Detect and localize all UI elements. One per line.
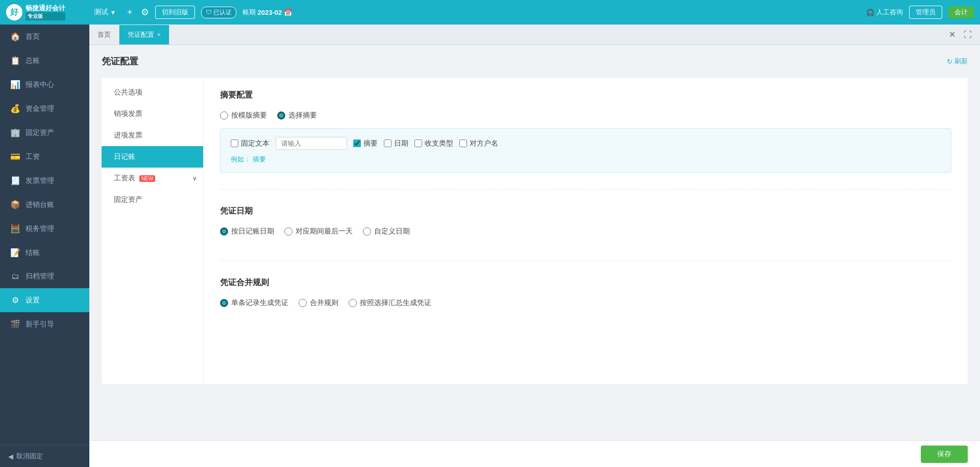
topbar: 好 畅捷通好会计 专业版 测试 ▾ + ⚙ 切到旧版 🛡 已认证 账期 2023… (0, 0, 980, 25)
sidebar-label-settings: 设置 (26, 296, 40, 305)
payment-type-option[interactable]: 收支类型 (414, 139, 453, 148)
logo-title: 畅捷通好会计 (26, 4, 65, 12)
calendar-icon[interactable]: 📅 (284, 9, 292, 16)
sidebar-item-guide[interactable]: 🎬 新手引导 (0, 312, 89, 336)
sidebar-item-invoice[interactable]: 🧾 发票管理 (0, 169, 89, 193)
dropdown-icon: ▾ (111, 8, 115, 16)
topbar-actions: + ⚙ 切到旧版 (125, 5, 195, 20)
summary-template-radio[interactable] (220, 111, 228, 120)
fixed-text-option[interactable]: 固定文本 (231, 139, 270, 148)
home-icon: 🏠 (10, 32, 20, 41)
tab-maximize-button[interactable]: ⛶ (962, 28, 974, 41)
settings-button[interactable]: ⚙ (139, 5, 151, 20)
tab-close-icon[interactable]: × (157, 31, 161, 38)
sidebar-item-settings[interactable]: ⚙ 设置 (0, 288, 89, 312)
switch-version-button[interactable]: 切到旧版 (155, 6, 195, 19)
payroll-icon: 💳 (10, 152, 20, 161)
merge-single-option[interactable]: 单条记录生成凭证 (220, 298, 288, 308)
project-selector[interactable]: 测试 ▾ (94, 8, 115, 17)
summary-radio-group: 按模版摘要 选择摘要 (220, 111, 951, 120)
sidebar-item-assets[interactable]: 🏢 固定资产 (0, 121, 89, 145)
summary-config-section: 摘要配置 按模版摘要 选择摘要 (220, 90, 951, 190)
logo-icon: 好 (6, 4, 22, 20)
date-journal-radio[interactable] (220, 227, 228, 236)
sidebar-pin-toggle[interactable]: ◀ 取消固定 (0, 445, 89, 467)
user-button[interactable]: 管理员 (909, 6, 942, 19)
summary-select-radio[interactable] (277, 111, 285, 120)
config-nav-journal[interactable]: 日记账 (102, 146, 203, 168)
sidebar-item-payroll[interactable]: 💳 工资 (0, 145, 89, 169)
project-name: 测试 (94, 8, 108, 17)
merge-config-section: 凭证合并规则 单条记录生成凭证 合并规则 (220, 277, 951, 332)
merge-rules-radio[interactable] (299, 299, 307, 307)
tab-home[interactable]: 首页 (89, 25, 119, 44)
date-section-title: 凭证日期 (220, 206, 951, 217)
tab-voucher-config[interactable]: 凭证配置 × (119, 25, 169, 44)
shield-icon: 🛡 (206, 9, 212, 16)
merge-single-radio[interactable] (220, 299, 228, 307)
config-nav-purchase-invoice[interactable]: 进项发票 (102, 125, 203, 146)
unpin-icon: ◀ (8, 453, 13, 460)
config-nav-public[interactable]: 公共选项 (102, 82, 203, 103)
date-custom-option[interactable]: 自定义日期 (363, 227, 410, 236)
config-nav-payroll[interactable]: 工资表 NEW ∨ (102, 168, 203, 189)
guide-icon: 🎬 (10, 319, 20, 329)
config-nav-fixed-assets[interactable]: 固定资产 (102, 189, 203, 211)
refresh-icon: ↻ (947, 58, 952, 65)
merge-summary-option[interactable]: 按照选择汇总生成凭证 (349, 298, 431, 308)
sidebar-label-stock: 进销台账 (26, 200, 54, 209)
tab-close-window-button[interactable]: ✕ (947, 28, 958, 41)
sidebar-item-home[interactable]: 🏠 首页 (0, 25, 89, 49)
counterparty-option[interactable]: 对方户名 (459, 139, 498, 148)
chevron-down-icon: ∨ (192, 175, 197, 182)
sidebar-item-reports[interactable]: 📊 报表中心 (0, 73, 89, 97)
sidebar-item-funds[interactable]: 💰 资金管理 (0, 97, 89, 121)
fixed-text-checkbox[interactable] (231, 139, 238, 147)
counterparty-checkbox[interactable] (459, 139, 467, 147)
sidebar-label-archive: 归档管理 (26, 272, 54, 281)
headset-icon: 🎧 (866, 9, 874, 16)
date-last-day-radio[interactable] (284, 227, 292, 236)
sidebar-label-funds: 资金管理 (26, 104, 54, 113)
sidebar-label-reports: 报表中心 (26, 80, 54, 89)
tab-bar: 首页 凭证配置 × ✕ ⛶ (89, 25, 980, 45)
verified-badge: 🛡 已认证 (201, 7, 236, 18)
date-last-day-option[interactable]: 对应期间最后一天 (284, 227, 353, 236)
date-checkbox[interactable] (384, 139, 391, 147)
merge-summary-radio[interactable] (349, 299, 357, 307)
page-title-text: 凭证配置 (102, 55, 138, 67)
summary-check-option[interactable]: 摘要 (353, 139, 378, 148)
summary-select-option[interactable]: 选择摘要 (277, 111, 317, 120)
sidebar-item-ledger[interactable]: 📋 总账 (0, 49, 89, 73)
config-nav-sales-invoice[interactable]: 销项发票 (102, 103, 203, 125)
summary-checkbox[interactable] (353, 139, 361, 147)
merge-section-title: 凭证合并规则 (220, 277, 951, 288)
sidebar-item-close[interactable]: 📝 结账 (0, 241, 89, 265)
main-layout: 🏠 首页 📋 总账 📊 报表中心 💰 资金管理 🏢 固定资产 💳 工资 (0, 25, 980, 467)
save-button[interactable]: 保存 (921, 446, 968, 463)
merge-rules-option[interactable]: 合并规则 (299, 298, 338, 308)
assets-icon: 🏢 (10, 128, 20, 137)
bottom-bar: 保存 (89, 440, 980, 467)
consult-button[interactable]: 🎧 人工咨询 (866, 8, 903, 17)
sidebar-item-tax[interactable]: 🧮 税务管理 (0, 217, 89, 241)
verified-status: 🛡 已认证 (201, 7, 236, 18)
summary-options-row: 固定文本 摘要 日期 (231, 137, 941, 150)
settings-icon: ⚙ (10, 295, 20, 305)
sidebar-item-archive[interactable]: 🗂 归档管理 (0, 265, 89, 288)
summary-template-option[interactable]: 按模版摘要 (220, 111, 267, 120)
date-journal-option[interactable]: 按日记账日期 (220, 227, 274, 236)
sidebar-item-stock[interactable]: 📦 进销台账 (0, 193, 89, 217)
payment-type-checkbox[interactable] (414, 139, 422, 147)
logo-edition: 专业版 (26, 12, 65, 20)
page-header: 凭证配置 ↻ 刷新 (102, 55, 968, 67)
date-check-option[interactable]: 日期 (384, 139, 408, 148)
sidebar-nav: 🏠 首页 📋 总账 📊 报表中心 💰 资金管理 🏢 固定资产 💳 工资 (0, 25, 89, 445)
add-button[interactable]: + (125, 5, 135, 20)
refresh-button[interactable]: ↻ 刷新 (947, 57, 968, 66)
date-custom-radio[interactable] (363, 227, 371, 236)
sidebar-label-close: 结账 (26, 248, 40, 258)
fixed-text-input[interactable] (276, 137, 347, 150)
tab-home-label: 首页 (97, 30, 111, 39)
accountant-button[interactable]: 会计 (948, 6, 974, 18)
